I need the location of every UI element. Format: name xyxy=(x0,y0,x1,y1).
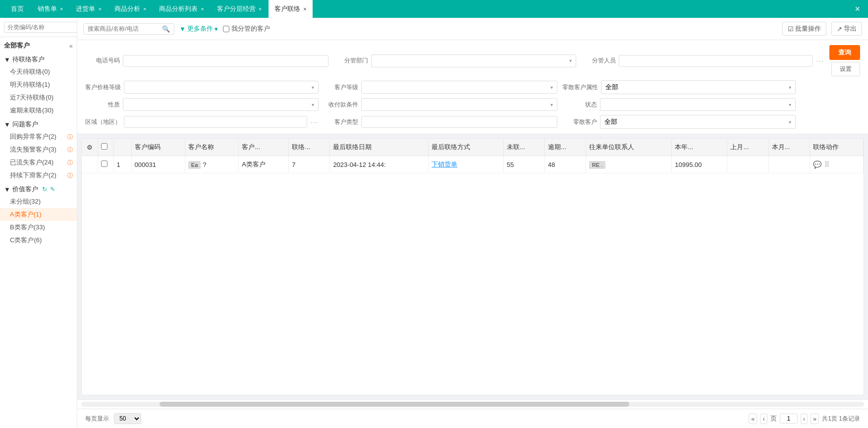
customer-tag: Ea xyxy=(188,161,201,169)
th-settings[interactable]: ⚙ xyxy=(82,139,98,156)
sidebar-item-overdue[interactable]: 逾期未联络(30) xyxy=(0,104,77,117)
refresh-icon[interactable]: ↻ xyxy=(42,186,47,193)
group-pending-arrow: ▼ xyxy=(4,56,10,63)
nav-home[interactable]: 首页 xyxy=(4,4,31,13)
filter-customer-type: 客户类型 xyxy=(324,116,557,128)
sidebar-item-a-class[interactable]: A类客户(1) xyxy=(0,208,77,221)
retail-attr-value: 全部 xyxy=(605,83,618,92)
unit-contact-tag: RE . xyxy=(589,161,605,169)
th-this-month: 本月... xyxy=(768,139,810,156)
nav-tab-sales[interactable]: 销售单 × xyxy=(32,0,69,18)
person-label: 分管人员 xyxy=(581,56,616,65)
window-close-button[interactable]: × xyxy=(851,4,864,14)
sidebar-item-declining[interactable]: 持续下滑客户(2) ⓘ xyxy=(0,169,77,182)
search-input[interactable] xyxy=(88,25,162,32)
more-conditions-btn[interactable]: ▼ 更多条件 ▾ xyxy=(179,24,218,33)
region-more-icon[interactable]: ··· xyxy=(310,118,319,126)
status-arrow: ▾ xyxy=(789,102,791,107)
nav-tab-purchase-close[interactable]: × xyxy=(98,6,101,12)
nav-tab-analysis-list-close[interactable]: × xyxy=(201,6,204,12)
chat-action-icon[interactable]: 💬 xyxy=(813,160,821,168)
sidebar-item-churned[interactable]: 已流失客户(24) ⓘ xyxy=(0,156,77,169)
customer-type-input[interactable] xyxy=(361,116,557,128)
search-icon[interactable]: 🔍 xyxy=(162,25,170,33)
filter-retail-customer: 零散客户 全部 ▾ xyxy=(562,115,796,129)
data-table: ⚙ 客户编码 客户名称 客户... 联络... 最后联络日期 最后联络方式 未联… xyxy=(82,139,864,173)
sidebar-item-b-class[interactable]: B类客户(33) xyxy=(0,221,77,234)
status-select[interactable]: ▾ xyxy=(600,98,796,111)
my-customers-checkbox[interactable]: 我分管的客户 xyxy=(223,24,270,33)
td-last-method[interactable]: 下销货单 xyxy=(429,156,504,173)
filter-region: 区域（地区） ··· xyxy=(85,116,319,128)
sidebar-item-ungrouped[interactable]: 未分组(32) xyxy=(0,195,77,208)
th-code: 客户编码 xyxy=(131,139,185,156)
settings-btn[interactable]: 设置 xyxy=(831,62,860,76)
all-customers-header: 全部客户 « xyxy=(0,37,77,52)
export-btn[interactable]: ↗ 导出 xyxy=(831,22,862,36)
payment-arrow: ▾ xyxy=(550,102,553,107)
check-all[interactable] xyxy=(101,143,108,150)
group-pending-contact[interactable]: ▼ 待联络客户 xyxy=(0,52,77,65)
sidebar-search-input[interactable] xyxy=(4,22,77,33)
warn-icon-3: ⓘ xyxy=(67,159,73,166)
scrollbar-thumb[interactable] xyxy=(160,402,629,407)
filter-panel: 电话号码 分管部门 ▾ 分管人员 ··· 查询 设置 xyxy=(77,40,868,134)
nav-tab-customer-layer-close[interactable]: × xyxy=(259,6,262,12)
group-problem-customer[interactable]: ▼ 问题客户 xyxy=(0,117,77,130)
retail-attr-select[interactable]: 全部 ▾ xyxy=(601,80,796,94)
edit-group-icon[interactable]: ✎ xyxy=(50,186,55,193)
retail-customer-value: 全部 xyxy=(604,117,617,126)
nav-tab-customer-contact[interactable]: 客户联络 × xyxy=(269,0,312,18)
scrollbar-track xyxy=(81,402,864,407)
page-number-input[interactable] xyxy=(780,414,798,424)
row-check[interactable] xyxy=(101,160,108,167)
person-input[interactable] xyxy=(619,55,813,67)
td-last-month xyxy=(727,156,768,173)
nav-tab-customer-contact-close[interactable]: × xyxy=(303,6,306,12)
my-customers-check[interactable] xyxy=(223,26,229,32)
nav-tab-analysis-close[interactable]: × xyxy=(143,6,146,12)
sidebar-item-repurchase-abnormal[interactable]: 回购异常客户(2) ⓘ xyxy=(0,130,77,143)
price-level-select[interactable]: ▾ xyxy=(124,81,319,94)
last-method-link[interactable]: 下销货单 xyxy=(432,160,457,168)
td-unit-contact: RE . xyxy=(586,156,672,173)
region-input[interactable] xyxy=(124,116,307,128)
payment-select[interactable]: ▾ xyxy=(361,98,557,111)
customer-level-select[interactable]: ▾ xyxy=(361,81,557,94)
th-check[interactable] xyxy=(98,139,113,156)
sidebar-collapse-btn[interactable]: « xyxy=(69,42,73,50)
sidebar-item-churn-warning[interactable]: 流失预警客户(3) ⓘ xyxy=(0,143,77,156)
nav-tab-analysis-list[interactable]: 商品分析列表 × xyxy=(153,0,210,18)
phone-input[interactable] xyxy=(123,55,328,67)
barcode-action-icon[interactable]: ⠿ xyxy=(824,160,829,168)
sidebar-item-tomorrow[interactable]: 明天待联络(1) xyxy=(0,78,77,91)
filter-customer-level: 客户等级 ▾ xyxy=(324,81,557,94)
sidebar-item-today[interactable]: 今天待联络(0) xyxy=(0,65,77,78)
nav-tab-sales-label: 销售单 xyxy=(38,4,57,13)
nav-tab-purchase[interactable]: 进货单 × xyxy=(70,0,107,18)
my-customers-label: 我分管的客户 xyxy=(231,24,270,33)
sidebar-search-area: 🔍 xyxy=(0,18,77,37)
sidebar-item-7days[interactable]: 近7天待联络(0) xyxy=(0,91,77,104)
batch-op-btn[interactable]: ☑ 批量操作 xyxy=(782,22,826,36)
filter-row-1: 电话号码 分管部门 ▾ 分管人员 ··· 查询 设置 xyxy=(85,45,860,76)
group-value-customer[interactable]: ▼ 价值客户 ↻ ✎ xyxy=(0,182,77,195)
query-btn[interactable]: 查询 xyxy=(829,45,860,60)
filter-row-3: 性质 ▾ 收付款条件 ▾ 状态 xyxy=(85,98,860,111)
first-page-btn[interactable]: « xyxy=(749,414,757,424)
nav-tab-sales-close[interactable]: × xyxy=(60,6,63,12)
retail-customer-select[interactable]: 全部 ▾ xyxy=(600,115,796,129)
nav-tab-customer-layer[interactable]: 客户分层经营 × xyxy=(211,0,268,18)
nav-tab-analysis[interactable]: 商品分析 × xyxy=(108,0,152,18)
dept-select[interactable]: ▾ xyxy=(371,54,577,67)
prev-page-btn[interactable]: ‹ xyxy=(760,414,767,424)
td-no: 1 xyxy=(113,156,131,173)
sidebar-item-c-class[interactable]: C类客户(6) xyxy=(0,234,77,247)
next-page-btn[interactable]: › xyxy=(801,414,808,424)
horizontal-scrollbar[interactable] xyxy=(77,399,868,409)
person-more-icon[interactable]: ··· xyxy=(816,57,824,64)
last-page-btn[interactable]: » xyxy=(811,414,819,424)
nature-select[interactable]: ▾ xyxy=(123,98,319,111)
per-page-select[interactable]: 50 100 200 xyxy=(114,413,141,424)
td-check[interactable] xyxy=(98,156,113,173)
